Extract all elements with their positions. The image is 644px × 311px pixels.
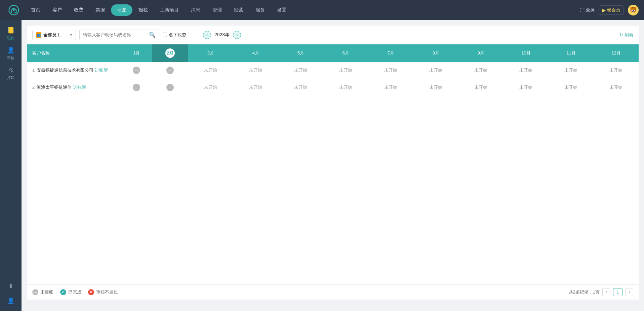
year-navigation: ‹ 2023年 › <box>203 31 241 39</box>
total-label: 共2条记录，1页 <box>569 289 600 295</box>
employee-icon: 👥 <box>36 32 41 38</box>
sidebar-icon-记账: 📒 <box>7 26 15 34</box>
status-dash-icon: — <box>133 84 140 91</box>
cell-month-9: 未开始 <box>458 62 504 79</box>
col-header-name: 客户名称 <box>27 44 121 62</box>
legend-label-red: 审核不通过 <box>96 289 118 295</box>
nav-item-消息[interactable]: 消息 <box>185 4 206 16</box>
download-icon: ⬇ <box>7 282 15 290</box>
col-header-4月: 4月 <box>233 44 278 62</box>
table-wrap: 客户名称1月2月3月4月5月6月7月8月9月10月11月12月 1安徽畅捷通信息… <box>27 44 639 284</box>
col-header-1月: 1月 <box>121 44 152 62</box>
cell-month-9: 未开始 <box>458 79 504 96</box>
pagination: 共2条记录，1页 ‹ 1 › <box>569 288 633 296</box>
sidebar-label-审核: 审核 <box>7 55 14 61</box>
search-input[interactable] <box>83 32 147 37</box>
sidebar-item-记账[interactable]: 📒记账 <box>5 24 17 43</box>
nav-item-客户[interactable]: 客户 <box>46 4 68 16</box>
legend-label-gray: 未建账 <box>40 289 53 295</box>
nav-item-报税[interactable]: 报税 <box>132 4 154 16</box>
col-header-6月: 6月 <box>323 44 368 62</box>
nav-item-管理[interactable]: 管理 <box>206 4 228 16</box>
checkbox-label[interactable]: 名下账套 <box>163 32 186 38</box>
sidebar-item-审核[interactable]: 👤审核 <box>5 43 17 63</box>
cell-month-11: 未开始 <box>549 62 594 79</box>
cell-month-1: — <box>121 79 152 96</box>
search-button[interactable]: 🔍 <box>149 32 156 38</box>
nav-item-首页[interactable]: 首页 <box>25 4 46 16</box>
enter-ledger-link[interactable]: 进账簿 <box>73 85 86 90</box>
checkbox-input[interactable] <box>163 33 167 37</box>
legend-label-teal: 已完成 <box>68 289 81 295</box>
status-dash-icon: — <box>166 84 174 91</box>
current-page: 1 <box>613 288 622 296</box>
cell-month-2: — <box>152 79 188 96</box>
col-header-11月: 11月 <box>549 44 594 62</box>
content-panel: 👥 全部员工 ▾ 🔍 名下账套 ‹ 2023年 › ↻ 刷新 <box>27 26 639 300</box>
sidebar-label-记账: 记账 <box>7 36 14 41</box>
cell-month-8: 未开始 <box>413 79 458 96</box>
cell-month-12: 未开始 <box>594 79 639 96</box>
col-header-10月: 10月 <box>504 44 549 62</box>
employee-select[interactable]: 👥 全部员工 ▾ <box>32 30 76 40</box>
prev-year-button[interactable]: ‹ <box>203 31 211 39</box>
avatar[interactable]: 🐯 <box>628 5 639 15</box>
sidebar-item-profile[interactable]: 👤 <box>5 294 17 308</box>
nav-item-工商项目[interactable]: 工商项目 <box>154 4 185 16</box>
footer-bar: —未建账✓已完成✕审核不通过 共2条记录，1页 ‹ 1 › <box>27 284 639 300</box>
cell-month-2: — <box>152 62 188 79</box>
table-row: 1安徽畅捷通信息技术有限公司 进账簿——未开始未开始未开始未开始未开始未开始未开… <box>27 62 639 79</box>
fullscreen-label: 全屏 <box>586 7 595 13</box>
dropdown-arrow-icon: ▾ <box>70 32 72 37</box>
checkbox-text: 名下账套 <box>169 32 186 38</box>
play-icon: ▶ <box>602 8 606 13</box>
cell-name: 2漠澳太平畅捷通信 进账簿 <box>27 79 121 96</box>
sidebar-label-打印: 打印 <box>7 75 14 80</box>
nav-item-经营[interactable]: 经营 <box>228 4 249 16</box>
nav-item-票据[interactable]: 票据 <box>89 4 111 16</box>
fullscreen-icon: ⛶ <box>580 8 585 13</box>
cell-name: 1安徽畅捷通信息技术有限公司 进账簿 <box>27 62 121 79</box>
refresh-icon: ↻ <box>619 32 623 37</box>
table-header: 客户名称1月2月3月4月5月6月7月8月9月10月11月12月 <box>27 44 639 62</box>
col-header-7月: 7月 <box>368 44 413 62</box>
sidebar-item-download[interactable]: ⬇ <box>5 279 17 293</box>
vip-button[interactable]: ▶ 畅会员 <box>599 5 624 15</box>
next-year-button[interactable]: › <box>233 31 241 39</box>
vip-label: 畅会员 <box>607 7 620 13</box>
svg-point-1 <box>13 9 14 11</box>
top-navigation: 首页客户收费票据记账报税工商项目消息管理经营服务设置 ⛶ 全屏 ▶ 畅会员 🐯 <box>0 0 644 20</box>
nav-menu: 首页客户收费票据记账报税工商项目消息管理经营服务设置 <box>25 4 580 16</box>
nav-item-收费[interactable]: 收费 <box>68 4 89 16</box>
cell-month-6: 未开始 <box>323 79 368 96</box>
cell-month-3: 未开始 <box>188 79 233 96</box>
fullscreen-button[interactable]: ⛶ 全屏 <box>580 7 595 13</box>
legend: —未建账✓已完成✕审核不通过 <box>32 289 118 295</box>
legend-item-审核不通过: ✕审核不通过 <box>88 289 118 295</box>
next-page-button[interactable]: › <box>625 288 633 296</box>
cell-month-10: 未开始 <box>504 79 549 96</box>
sidebar-icon-打印: 🖨 <box>7 66 15 74</box>
cell-month-1: — <box>121 62 152 79</box>
col-header-5月: 5月 <box>278 44 323 62</box>
sidebar-item-打印[interactable]: 🖨打印 <box>5 63 17 83</box>
enter-ledger-link[interactable]: 进账簿 <box>95 68 108 73</box>
nav-item-记账[interactable]: 记账 <box>111 4 132 16</box>
logo <box>5 5 22 15</box>
cell-month-4: 未开始 <box>233 62 278 79</box>
nav-item-设置[interactable]: 设置 <box>271 4 292 16</box>
legend-item-已完成: ✓已完成 <box>60 289 81 295</box>
nav-item-服务[interactable]: 服务 <box>249 4 271 16</box>
nav-right: ⛶ 全屏 ▶ 畅会员 🐯 <box>580 5 639 15</box>
refresh-button[interactable]: ↻ 刷新 <box>619 32 633 38</box>
cell-month-6: 未开始 <box>323 62 368 79</box>
company-name: 漠澳太平畅捷通信 <box>37 85 72 90</box>
search-wrap: 🔍 <box>79 30 159 40</box>
cell-month-5: 未开始 <box>278 62 323 79</box>
row-number: 2 <box>32 85 35 90</box>
prev-page-button[interactable]: ‹ <box>602 288 610 296</box>
legend-item-未建账: —未建账 <box>32 289 53 295</box>
profile-icon: 👤 <box>7 297 15 305</box>
legend-dot-gray: — <box>32 289 38 295</box>
legend-dot-red: ✕ <box>88 289 94 295</box>
